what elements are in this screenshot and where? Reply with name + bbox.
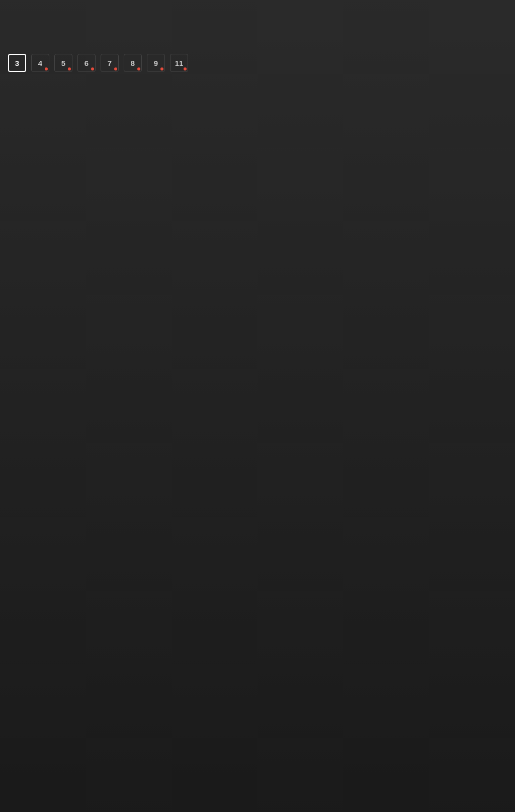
q-dot-11: [184, 67, 187, 70]
q-nav-item-5[interactable]: 5: [54, 54, 72, 72]
q-nav-item-3[interactable]: 3: [8, 54, 26, 72]
q-dot-4: [45, 67, 48, 70]
q-dot-7: [114, 67, 117, 70]
q-dot-9: [160, 67, 163, 70]
q-nav-item-7[interactable]: 7: [101, 54, 119, 72]
phone-background: [0, 0, 515, 812]
q-dot-5: [68, 67, 71, 70]
q-nav-item-9[interactable]: 9: [147, 54, 165, 72]
q-dot-8: [137, 67, 140, 70]
q-nav-item-4[interactable]: 4: [31, 54, 49, 72]
q-dot-6: [91, 67, 94, 70]
q-nav-item-8[interactable]: 8: [124, 54, 142, 72]
q-nav-item-11[interactable]: 11: [170, 54, 188, 72]
q-nav-item-6[interactable]: 6: [77, 54, 96, 72]
